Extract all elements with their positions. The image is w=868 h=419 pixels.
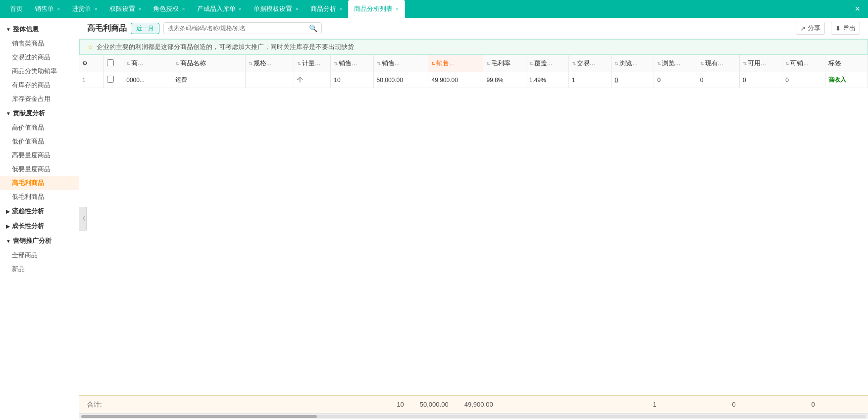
cell-browse2: 0 [654,72,697,88]
collapse-arrow-icon: ▶ [6,224,10,229]
share-button[interactable]: ↗ 分享 [796,22,825,35]
share-icon: ↗ [800,25,806,32]
footer-total-label: 合计: [87,400,102,409]
col-header-code[interactable]: ⇅商... [123,55,172,72]
footer-unit [328,401,367,408]
filter-period-button[interactable]: 近一月 [131,23,159,34]
sidebar-item-low-margin[interactable]: 低毛利商品 [0,190,79,204]
sidebar-group-marketing[interactable]: ▼ 营销推广分析 [0,233,79,248]
nav-close-icon[interactable]: × [138,6,141,12]
col-header-stock[interactable]: ⇅现有... [697,55,739,72]
nav-close-icon[interactable]: × [182,6,185,12]
col-header-sales2[interactable]: ⇅销售... [428,55,483,72]
sidebar-item-category-rate[interactable]: 商品分类助销率 [0,64,79,78]
footer-cb [150,401,189,408]
sidebar-item-stocked-products[interactable]: 有库存的商品 [0,78,79,92]
col-header-gross-rate[interactable]: ⇅毛利率 [483,55,526,72]
nav-close-icon[interactable]: × [239,6,242,12]
cell-gross-rate: 99.8% [483,72,526,88]
col-header-browse2[interactable]: ⇅浏览... [654,55,697,72]
cell-browse1[interactable]: 0 [612,72,654,88]
col-header-cover[interactable]: ⇅覆盖... [526,55,568,72]
col-header-browse1[interactable]: ⇅浏览... [612,55,654,72]
nav-sales-order[interactable]: 销售单 × [29,0,66,18]
cell-name: 运费 [172,72,245,88]
export-icon: ⬇ [835,25,841,32]
search-input[interactable] [168,25,309,32]
collapse-arrow-icon: ▼ [6,238,11,244]
cell-no: 1 [79,72,103,88]
sidebar-item-low-value[interactable]: 低价值商品 [0,135,79,148]
data-table: ⚙ ⇅商... ⇅商品名称 ⇅规格... ⇅计量... [79,55,868,88]
table-row: 1 0000... 运费 个 10 50,000.00 49,900.00 99… [79,72,868,88]
cell-trade: 1 [568,72,611,88]
content-area: 《 高毛利商品 近一月 🔍 ↗ 分享 ⬇ 导出 ☆ 企 [79,18,868,419]
cell-unit: 个 [294,72,331,88]
scrollbar-thumb[interactable] [81,415,317,418]
col-header-unit[interactable]: ⇅计量... [294,55,331,72]
footer-sales2: 49,900.00 [452,401,496,408]
col-header-spec[interactable]: ⇅规格... [245,55,294,72]
col-header-name[interactable]: ⇅商品名称 [172,55,245,72]
nav-product-analysis[interactable]: 商品分析 × [305,0,348,18]
cell-avail: 0 [739,72,782,88]
collapse-arrow-icon: ▼ [6,27,11,32]
col-header-settings[interactable]: ⚙ [79,55,103,72]
page-title: 高毛利商品 [87,23,127,34]
cell-tag: 高收入 [825,72,868,88]
sidebar-group-growth[interactable]: ▶ 成长性分析 [0,219,79,233]
export-button[interactable]: ⬇ 导出 [831,22,860,35]
sidebar-group-trend[interactable]: ▶ 流趋性分析 [0,204,79,219]
sidebar-group-overview[interactable]: ▼ 整体信息 [0,22,79,37]
cell-sales2: 49,900.00 [428,72,483,88]
sidebar-item-sales-products[interactable]: 销售类商品 [0,37,79,50]
sidebar-collapse-button[interactable]: 《 [79,207,87,231]
nav-close-icon[interactable]: × [94,6,97,12]
sidebar-group-contribution[interactable]: ▼ 贡献度分析 [0,106,79,121]
nav-home[interactable]: 首页 [4,0,29,18]
footer-code [189,401,229,408]
col-header-sellable[interactable]: ⇅可销... [782,55,825,72]
col-header-qty[interactable]: ⇅销售... [331,55,373,72]
collapse-arrow-icon: ▶ [6,209,10,214]
nav-template-settings[interactable]: 单据模板设置 × [248,0,304,18]
nav-close-icon[interactable]: × [339,6,342,12]
col-header-sales1[interactable]: ⇅销售... [373,55,428,72]
cell-checkbox[interactable] [103,72,123,88]
footer-cover [580,401,620,408]
sidebar-item-stock-capital[interactable]: 库存资金占用 [0,92,79,106]
sidebar-item-all-products[interactable]: 全部商品 [0,248,79,262]
nav-role-auth[interactable]: 角色授权 × [147,0,191,18]
cell-sellable: 0 [782,72,825,88]
cell-cover: 1.49% [526,72,568,88]
window-close-button[interactable]: × [851,4,864,14]
col-header-checkbox[interactable] [103,55,123,72]
sidebar-item-high-margin[interactable]: 高毛利商品 [0,176,79,190]
sidebar-item-high-demand[interactable]: 高要量度商品 [0,148,79,162]
cell-qty: 10 [331,72,373,88]
nav-permission-settings[interactable]: 权限设置 × [103,0,147,18]
sidebar-item-high-value[interactable]: 高价值商品 [0,121,79,135]
footer-sellable [818,401,858,408]
table-header-row: ⚙ ⇅商... ⇅商品名称 ⇅规格... ⇅计量... [79,55,868,72]
sidebar-item-low-demand[interactable]: 低要量度商品 [0,162,79,176]
footer-no [110,401,150,408]
sidebar: ▼ 整体信息 销售类商品 交易过的商品 商品分类助销率 有库存的商品 库存资金占… [0,18,79,419]
search-box: 🔍 [163,22,322,34]
footer-stock [739,401,778,408]
cell-stock: 0 [697,72,739,88]
col-header-tag: 标签 [825,55,868,72]
footer-trade: 1 [620,401,660,408]
nav-product-analysis-list[interactable]: 商品分析列表 × [348,0,405,18]
col-header-avail[interactable]: ⇅可用... [739,55,782,72]
nav-close-icon[interactable]: × [396,6,399,12]
search-icon[interactable]: 🔍 [309,24,317,32]
nav-close-icon[interactable]: × [57,6,60,12]
sidebar-item-traded-products[interactable]: 交易过的商品 [0,50,79,64]
nav-purchase-order[interactable]: 进货单 × [66,0,103,18]
col-header-trade[interactable]: ⇅交易... [568,55,611,72]
nav-close-icon[interactable]: × [295,6,298,12]
sidebar-item-new-products[interactable]: 新品 [0,262,79,276]
horizontal-scrollbar[interactable] [79,413,868,419]
nav-finished-goods[interactable]: 产成品入库单 × [191,0,248,18]
